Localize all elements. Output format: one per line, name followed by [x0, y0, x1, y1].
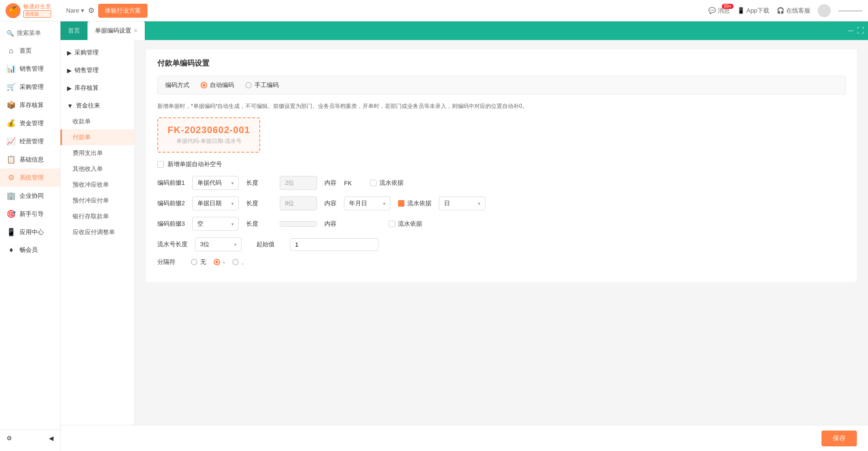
sidebar-label-home: 首页	[20, 47, 32, 55]
tab-minimize-icon[interactable]: ─	[848, 27, 853, 35]
prefix-3-select[interactable]: 空 ▾	[192, 217, 239, 231]
search-icon: 🔍	[7, 30, 14, 37]
preview-box: FK-20230602-001 单据代码-单据日期-流水号	[157, 117, 260, 153]
app-download-label: App下载	[747, 7, 769, 15]
sep-none-circle	[191, 259, 197, 265]
sep-none-label: 无	[200, 258, 206, 266]
sep-dot-radio[interactable]: .	[232, 259, 243, 266]
length-input-2[interactable]: 8位	[280, 196, 317, 210]
sep-dash-radio[interactable]: -	[214, 259, 225, 266]
content-label-1: 内容	[324, 179, 336, 187]
period-select-2[interactable]: 日 ▾	[439, 196, 485, 210]
finance-icon: 💰	[7, 119, 16, 128]
search-menu[interactable]: 🔍 搜索菜单	[0, 26, 60, 40]
tab-close-icon[interactable]: ×	[134, 27, 137, 34]
sep-none-radio[interactable]: 无	[191, 258, 206, 266]
separator-label: 分隔符	[157, 258, 183, 266]
preview-desc: 单据代码-单据日期-流水号	[168, 137, 250, 145]
content-value-1: FK	[344, 180, 363, 187]
nav-dropdown[interactable]: Nare ▾	[66, 7, 84, 14]
content-area: 首页 单据编码设置 × ─ ⛶ ▶ 采购管理	[61, 21, 868, 451]
sidebar-item-enterprise[interactable]: 🏢 企业协同	[0, 187, 60, 205]
message-icon: 💬	[708, 7, 716, 14]
serial-label-1: 流水依据	[379, 179, 404, 187]
page-title: 付款单编码设置	[157, 59, 846, 68]
sidebar-item-basic[interactable]: 📋 基础信息	[0, 150, 60, 168]
sub-nav-item-advance-receipt[interactable]: 预收冲应收单	[61, 177, 135, 193]
content-select-2[interactable]: 年月日 ▾	[344, 196, 390, 210]
period-select-2-value: 日	[444, 199, 450, 208]
sub-nav-item-bank[interactable]: 银行存取款单	[61, 209, 135, 224]
auto-fill-row: 新增单据自动补空号	[157, 160, 846, 168]
serial-length-label: 流水号长度	[157, 240, 188, 249]
sub-nav-item-adjustment[interactable]: 应收应付调整单	[61, 224, 135, 240]
start-value-label: 起始值	[256, 240, 283, 249]
sidebar-item-purchase[interactable]: 🛒 采购管理	[0, 78, 60, 96]
serial-checkbox-3[interactable]: 流水依据	[389, 220, 422, 228]
message-button[interactable]: 💬 消息 99+	[708, 7, 730, 15]
serial-length-select[interactable]: 3位 ▾	[195, 237, 242, 251]
sidebar-item-inventory[interactable]: 📦 库存核算	[0, 96, 60, 114]
experience-button[interactable]: 体验行业方案	[98, 4, 148, 18]
logo-text-area: 畅通好生意 插座版	[23, 3, 51, 18]
sub-nav-item-other-income[interactable]: 其他收入单	[61, 161, 135, 177]
sidebar-item-apps[interactable]: 📱 应用中心	[0, 223, 60, 241]
user-avatar[interactable]	[818, 4, 831, 17]
auto-fill-checkbox[interactable]	[157, 161, 164, 168]
tab-maximize-icon[interactable]: ⛶	[857, 27, 864, 35]
settings-bottom-icon[interactable]: ⚙	[7, 435, 12, 442]
manual-code-radio[interactable]: 手工编码	[245, 81, 279, 89]
online-service-button[interactable]: 🎧 在线客服	[777, 7, 810, 15]
prefix-2-select[interactable]: 单据日期 ▾	[192, 196, 239, 210]
serial-checkbox-2[interactable]: 流水依据	[398, 199, 431, 208]
chevron-down-icon-c2: ▾	[383, 201, 385, 206]
sidebar-item-guide[interactable]: 🎯 新手引导	[0, 205, 60, 223]
content-label-2: 内容	[324, 199, 336, 208]
sidebar-item-system[interactable]: ⚙ 系统管理	[0, 168, 60, 187]
tab-document-code[interactable]: 单据编码设置 ×	[87, 21, 145, 40]
sidebar-label-apps: 应用中心	[20, 228, 44, 236]
sub-nav-group-purchase: ▶ 采购管理	[61, 45, 135, 61]
sidebar-item-finance[interactable]: 💰 资金管理	[0, 114, 60, 132]
sub-nav-item-receipt[interactable]: 收款单	[61, 114, 135, 129]
sidebar-item-operations[interactable]: 📈 经营管理	[0, 132, 60, 150]
tab-home[interactable]: 首页	[61, 21, 87, 40]
prefix-label-2: 编码前缀2	[157, 199, 185, 208]
sub-nav-header-sales[interactable]: ▶ 销售管理	[61, 62, 135, 78]
sub-nav-header-capital[interactable]: ▼ 资金往来	[61, 98, 135, 114]
sub-nav-header-inventory[interactable]: ▶ 库存核算	[61, 80, 135, 96]
coding-method-label: 编码方式	[165, 81, 189, 89]
chevron-right-icon: ▶	[67, 49, 72, 56]
settings-icon[interactable]: ⚙	[88, 6, 94, 15]
prefix-label-3: 编码前缀3	[157, 220, 185, 228]
sub-nav-item-expense[interactable]: 费用支出单	[61, 145, 135, 161]
search-menu-label: 搜索菜单	[17, 29, 41, 37]
info-text: 新增单据时，*单据编码*自动生成，不可编辑。前缀设置为部门、业务员等档案类，开单…	[157, 102, 846, 111]
start-value-input[interactable]	[290, 238, 378, 251]
auto-code-radio[interactable]: 自动编码	[201, 81, 234, 89]
sub-nav-item-payment[interactable]: 付款单	[61, 129, 135, 145]
length-input-1[interactable]: 2位	[280, 176, 317, 190]
tabs-bar: 首页 单据编码设置 × ─ ⛶	[61, 21, 868, 40]
chevron-right-icon-inv: ▶	[67, 85, 72, 92]
sidebar-item-sales[interactable]: 📊 销售管理	[0, 60, 60, 78]
serial-checkbox-1[interactable]: 流水依据	[370, 179, 404, 187]
sidebar-label-inventory: 库存核算	[20, 101, 44, 109]
sep-dash-label: -	[223, 259, 225, 266]
logo-icon: 🍊	[6, 3, 20, 18]
auto-code-label: 自动编码	[210, 81, 234, 89]
sidebar-item-vip[interactable]: ♦ 畅会员	[0, 241, 60, 259]
apps-icon: 📱	[7, 228, 16, 236]
length-input-3[interactable]	[280, 221, 317, 227]
save-button[interactable]: 保存	[821, 431, 857, 446]
home-icon: ⌂	[7, 47, 16, 55]
sub-nav-item-advance-payment[interactable]: 预付冲应付单	[61, 193, 135, 209]
collapse-icon[interactable]: ◀	[49, 435, 54, 442]
sidebar-bottom: ⚙ ◀	[0, 430, 60, 446]
guide-icon: 🎯	[7, 209, 16, 218]
prefix-1-select[interactable]: 单据代码 ▾	[192, 176, 239, 190]
sidebar-item-home[interactable]: ⌂ 首页	[0, 42, 60, 60]
sidebar-label-vip: 畅会员	[20, 246, 38, 254]
sub-nav-header-purchase[interactable]: ▶ 采购管理	[61, 45, 135, 61]
app-download-button[interactable]: 📱 App下载	[737, 7, 769, 15]
